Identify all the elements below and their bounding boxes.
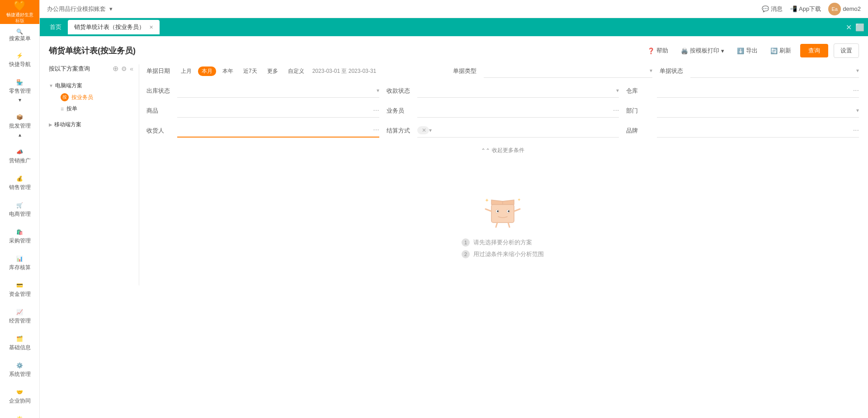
sidebar-item-newuser[interactable]: 🌟 新手引导 [0, 410, 39, 418]
header-actions: 💬 消息 📲 App下载 Ea demo2 [762, 3, 861, 15]
message-icon: 💬 [762, 5, 769, 12]
settings-scheme-icon[interactable]: ⚙ [121, 65, 127, 72]
salesperson-field[interactable]: ··· [417, 104, 619, 118]
sidebar-item-inventory[interactable]: 📊 库存核算 [0, 250, 39, 277]
sidebar-item-retail[interactable]: 🏪 零售管理 ▾ [0, 74, 39, 109]
template-print-button[interactable]: 🖨️ 按模板打印 ▾ [677, 45, 728, 57]
settlement-field[interactable]: ✕ ▾ [417, 124, 619, 138]
sidebar-item-system[interactable]: ⚙️ 系统管理 [0, 357, 39, 384]
department-input[interactable] [657, 107, 856, 114]
left-panel: 按以下方案查询 ⊕ ⚙ « ▼ 电脑端方案 [49, 64, 139, 285]
settings-button[interactable]: 设置 [834, 43, 859, 58]
brand-dots-icon[interactable]: ··· [853, 126, 859, 134]
sidebar-item-ecommerce[interactable]: 🛒 电商管理 [0, 197, 39, 223]
date-btn-more[interactable]: 更多 [264, 66, 282, 76]
brand-label: 品牌 [626, 127, 653, 135]
sidebar-item-wholesale[interactable]: 📦 批发管理 ▴ [0, 109, 39, 143]
search-menu-item[interactable]: 🔍 搜索菜单 [0, 24, 39, 47]
empty-tip-1: 1 请先选择要分析的方案 [462, 238, 544, 247]
newuser-icon: 🌟 [16, 416, 23, 418]
date-btn-this-year[interactable]: 本年 [219, 66, 237, 76]
sidebar-item-marketing[interactable]: 📣 营销推广 [0, 143, 39, 170]
sidebar-item-operation[interactable]: 📈 经营管理 [0, 304, 39, 330]
refresh-button[interactable]: 🔄 刷新 [767, 45, 795, 57]
doc-status-arrow-icon: ▾ [856, 67, 859, 74]
desktop-scheme-items: 按 按业务员 ≡ 按单 [58, 91, 133, 114]
date-btn-last-month[interactable]: 上月 [177, 66, 195, 76]
collapse-filters-bar[interactable]: ⌃⌃ 收起更多条件 [146, 144, 859, 157]
sidebar-item-purchase[interactable]: 🛍️ 采购管理 [0, 223, 39, 250]
mobile-scheme-title[interactable]: ▶ 移动端方案 [49, 119, 133, 130]
collapse-panel-icon[interactable]: « [130, 65, 133, 72]
stock-status-field[interactable]: ▾ [177, 84, 379, 98]
doc-status-input[interactable] [690, 67, 856, 74]
left-panel-actions: ⊕ ⚙ « [113, 64, 133, 73]
stock-status-input[interactable] [177, 87, 377, 94]
svg-point-4 [508, 210, 509, 212]
salesperson-input[interactable] [417, 107, 613, 114]
date-btn-custom[interactable]: 自定义 [284, 66, 308, 76]
payment-status-field[interactable]: ▾ [417, 84, 619, 98]
department-field[interactable]: ▾ [657, 104, 859, 118]
user-profile[interactable]: Ea demo2 [828, 3, 861, 15]
product-field[interactable]: ··· [177, 104, 379, 118]
doc-status-field[interactable]: ▾ [690, 64, 859, 78]
warehouse-input[interactable] [657, 87, 853, 94]
sidebar-item-finance[interactable]: 💳 资金管理 [0, 277, 39, 304]
maximize-window-icon[interactable]: ⬜ [855, 23, 864, 32]
close-window-icon[interactable]: ✕ [846, 23, 852, 32]
export-button[interactable]: ⬇️ 导出 [733, 45, 761, 57]
sidebar-item-quicknav[interactable]: ⚡ 快捷导航 [0, 47, 39, 74]
tab-sales-report[interactable]: 销货单统计表（按业务员） ✕ [68, 20, 160, 34]
filter-recipient: 收货人 ··· [146, 124, 379, 138]
workspace-selector[interactable]: 办公用品行业模拟账套 ▾ [47, 5, 113, 13]
app-download-button[interactable]: 📲 App下载 [790, 5, 821, 13]
message-button[interactable]: 💬 消息 [762, 5, 783, 13]
scheme-item-by-salesperson[interactable]: 按 按业务员 [58, 91, 133, 103]
stock-status-label: 出库状态 [146, 87, 174, 95]
salesperson-dots-icon[interactable]: ··· [613, 106, 619, 114]
date-btn-this-month[interactable]: 本月 [198, 66, 216, 76]
product-dots-icon[interactable]: ··· [373, 106, 379, 114]
empty-tips: 1 请先选择要分析的方案 2 用过滤条件来缩小分析范围 [462, 238, 544, 258]
triangle-right-icon: ▶ [49, 122, 52, 127]
filter-salesperson: 业务员 ··· [387, 104, 619, 118]
empty-tip-2: 2 用过滤条件来缩小分析范围 [462, 250, 544, 258]
product-input[interactable] [177, 107, 373, 114]
tab-home[interactable]: 首页 [43, 20, 68, 34]
collapse-label: 收起更多条件 [492, 147, 524, 154]
doc-type-input[interactable] [484, 67, 650, 74]
sidebar-item-sales[interactable]: 💰 销售管理 [0, 170, 39, 197]
scheme-item-by-order[interactable]: ≡ 按单 [58, 103, 133, 114]
svg-line-7 [496, 223, 497, 227]
brand-field[interactable]: ··· [657, 124, 859, 138]
add-scheme-icon[interactable]: ⊕ [113, 64, 118, 73]
sidebar-item-base[interactable]: 🗂️ 基础信息 [0, 330, 39, 357]
logo-subtext: 标版 [15, 18, 24, 24]
warehouse-field[interactable]: ··· [657, 84, 859, 98]
filter-date: 单据日期 上月 本月 本年 近7天 更多 自定义 2023-03-01 至 20… [146, 66, 446, 76]
department-arrow-icon: ▾ [856, 107, 859, 114]
payment-status-input[interactable] [417, 87, 617, 94]
doc-type-field[interactable]: ▾ [484, 64, 652, 78]
print-dropdown-icon: ▾ [721, 48, 724, 54]
desktop-scheme-title[interactable]: ▼ 电脑端方案 [49, 80, 133, 91]
marketing-icon: 📣 [16, 149, 23, 155]
recipient-field[interactable]: ··· [177, 124, 379, 138]
svg-point-3 [497, 210, 499, 212]
help-button[interactable]: ❓ 帮助 [644, 45, 672, 57]
brand-input[interactable] [657, 127, 853, 133]
recipient-input[interactable] [177, 127, 373, 133]
close-tab-icon[interactable]: ✕ [149, 24, 153, 30]
sidebar-item-enterprise[interactable]: 🤝 企业协同 [0, 384, 39, 410]
recipient-dots-icon[interactable]: ··· [373, 126, 379, 134]
scheme-group-mobile: ▶ 移动端方案 [49, 119, 133, 130]
svg-text:✦: ✦ [517, 197, 521, 202]
filter-row-1: 单据日期 上月 本月 本年 近7天 更多 自定义 2023-03-01 至 20… [146, 64, 859, 78]
settlement-tag: ✕ [417, 126, 429, 134]
date-btn-7days[interactable]: 近7天 [240, 66, 261, 76]
query-button[interactable]: 查询 [800, 44, 828, 57]
warehouse-dots-icon[interactable]: ··· [853, 86, 859, 95]
settlement-tag-remove[interactable]: ✕ [422, 127, 426, 133]
filter-row-3: 商品 ··· 业务员 ··· [146, 104, 859, 118]
